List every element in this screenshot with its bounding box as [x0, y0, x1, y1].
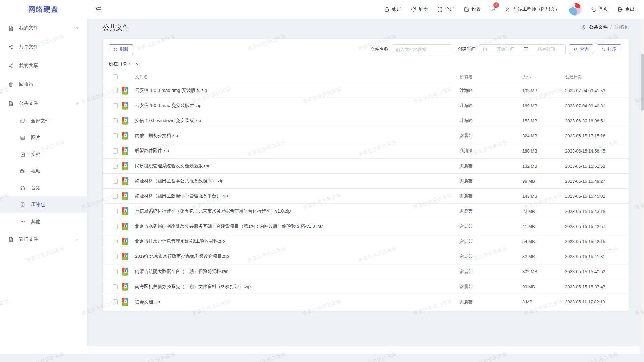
table-row[interactable]: 内蒙一期初验文档.zip 谢晨芸 324 MB 2023-06-15 17:15…	[103, 128, 629, 143]
user-menu[interactable]: 前端工程师（陈思文）	[505, 6, 560, 12]
sidebar-item-images[interactable]: 图片	[0, 129, 87, 146]
row-checkbox[interactable]	[113, 164, 118, 169]
scrollbar-thumb[interactable]	[641, 54, 644, 111]
column-header-name[interactable]: 文件名	[135, 74, 455, 80]
sidebar-item-public-files[interactable]: 公共文件	[0, 94, 87, 113]
table-row[interactable]: 终验材料（福田区基本公共服务数据库）.zip 谢晨芸 98 MB 2023-05…	[103, 174, 629, 189]
sidebar-item-archives[interactable]: 压缩包	[0, 196, 87, 213]
date-range-picker[interactable]: 开始时间 至 结束时间	[479, 44, 566, 54]
row-checkbox[interactable]	[113, 284, 118, 289]
directory-root-arrow[interactable]: >	[136, 62, 138, 67]
vertical-scrollbar[interactable]	[640, 19, 644, 354]
notifications-button[interactable]: 3	[490, 6, 496, 13]
logout-button[interactable]: 退出	[617, 6, 635, 12]
row-checkbox[interactable]	[113, 118, 118, 123]
column-header-owner[interactable]: 所有者	[460, 74, 518, 80]
row-checkbox[interactable]	[113, 103, 118, 108]
collapse-sidebar-icon[interactable]	[95, 6, 102, 13]
row-checkbox[interactable]	[113, 224, 118, 229]
file-size: 98 MB	[522, 179, 561, 184]
table-row[interactable]: 北京市排水户信息管理系统-竣工验收材料.zip 谢晨芸 54 MB 2023-0…	[103, 234, 629, 249]
sidebar-item-my-files[interactable]: 我的文件	[0, 19, 87, 38]
row-checkbox[interactable]	[113, 133, 118, 138]
refresh-list-button[interactable]: 刷新	[109, 44, 133, 54]
sidebar-item-all-files[interactable]: 全部文件	[0, 113, 87, 129]
file-name[interactable]: 民建组织管理系统验收文档最新版.rar	[135, 163, 455, 169]
zip-file-icon	[122, 132, 128, 140]
row-checkbox[interactable]	[113, 254, 118, 259]
file-size: 189 MB	[522, 103, 561, 108]
file-name-search-input[interactable]	[392, 44, 451, 54]
file-name[interactable]: 终验材料（福田区数据中心管理服务平台）.zip	[135, 193, 455, 199]
file-date: 2023-05-15 15:37:47	[565, 284, 612, 289]
sidebar-item-videos[interactable]: 视频	[0, 163, 87, 180]
row-checkbox[interactable]	[113, 88, 118, 93]
sidebar-item-shared-files[interactable]: 共享文件	[0, 38, 87, 56]
zip-file-icon	[122, 223, 128, 230]
user-icon	[505, 7, 511, 12]
avatar[interactable]	[569, 3, 582, 16]
file-name[interactable]: 联盟办件附件.zip	[135, 148, 455, 154]
fullscreen-button[interactable]: 全屏	[437, 6, 454, 12]
return-home-icon	[591, 7, 596, 12]
sidebar-item-audio[interactable]: 音频	[0, 180, 87, 196]
table-row[interactable]: 终验材料（福田区数据中心管理服务平台）.zip 谢晨芸 143 MB 2023-…	[103, 189, 629, 204]
file-name[interactable]: 云安信-1.0.0-mac-dmg-安装版本.zip	[135, 87, 455, 94]
file-date: 2023-05-15 15:45:02	[565, 194, 612, 199]
file-name[interactable]: 2019年北京市水行政审批系统升级改造项目.zip	[135, 253, 455, 259]
file-name[interactable]: 北京市水务局内网改版及公共服务基础平台建设项目（第1包：内网改版）终验验文档-v…	[135, 223, 455, 229]
sidebar-item-department-files[interactable]: 部门文件	[0, 230, 87, 249]
table-header-row: 文件名 所有者 大小 创建日期	[103, 71, 629, 83]
sidebar-item-documents[interactable]: 文档	[0, 146, 87, 163]
file-name[interactable]: 红会文档.zip	[135, 299, 455, 305]
column-header-size[interactable]: 大小	[522, 74, 561, 80]
home-button[interactable]: 首页	[591, 6, 608, 12]
table-row[interactable]: 南海区机关新办公系统（二期）文件资料（终验打印）.zip 谢晨芸 99 MB 2…	[103, 279, 629, 294]
row-checkbox[interactable]	[113, 148, 118, 154]
file-name[interactable]: 云安信-1.0.0-mac-免安装版本.zip	[135, 103, 455, 109]
file-name[interactable]: 北京市排水户信息管理系统-竣工验收材料.zip	[135, 238, 455, 244]
query-button[interactable]: 查询	[569, 44, 593, 54]
sidebar-item-others[interactable]: 其他	[0, 213, 87, 230]
video-camera-icon	[20, 169, 25, 174]
row-checkbox[interactable]	[113, 209, 118, 214]
doc-text-icon	[20, 152, 25, 157]
table-row[interactable]: 局信息系统运行维护（第五包：北京市水务局综合信息平台运行维护）v1.0.zip …	[103, 204, 629, 219]
file-name[interactable]: 局信息系统运行维护（第五包：北京市水务局综合信息平台运行维护）v1.0.zip	[135, 208, 455, 214]
refresh-page-button[interactable]: 刷新	[411, 6, 428, 12]
row-checkbox[interactable]	[113, 194, 118, 199]
file-size: 143 MB	[522, 194, 561, 199]
row-checkbox[interactable]	[113, 299, 118, 304]
breadcrumb-separator: /	[610, 25, 612, 30]
sidebar-item-recycle-bin[interactable]: 回收站	[0, 75, 87, 94]
file-name[interactable]: 南海区机关新办公系统（二期）文件资料（终验打印）.zip	[135, 284, 455, 290]
file-name[interactable]: 内蒙一期初验文档.zip	[135, 133, 455, 139]
table-row[interactable]: 北京市水务局内网改版及公共服务基础平台建设项目（第1包：内网改版）终验验文档-v…	[103, 219, 629, 234]
table-row[interactable]: 安信-1.0.0-windows-免安装版.zip 叶海峰 153 MB 202…	[103, 113, 629, 128]
table-row[interactable]: 云安信-1.0.0-mac-dmg-安装版本.zip 叶海峰 193 MB 20…	[103, 83, 629, 98]
file-name[interactable]: 内蒙古法院大数据平台（二期）初验前资料.rar	[135, 268, 455, 275]
table-row[interactable]: 联盟办件附件.zip 商清清 180 MB 2023-06-15 14:56:4…	[103, 143, 629, 159]
sort-button[interactable]: 排序	[597, 44, 621, 54]
table-row[interactable]: 2019年北京市水行政审批系统升级改造项目.zip 谢晨芸 32 MB 2023…	[103, 249, 629, 264]
breadcrumb-parent[interactable]: 公共文件	[589, 24, 608, 31]
file-owner: 谢晨芸	[460, 268, 518, 275]
file-date: 2023-05-15 15:42:57	[565, 224, 612, 229]
sidebar-item-my-shares[interactable]: 我的共享	[0, 56, 87, 75]
table-row[interactable]: 红会文档.zip 谢晨芸 8 MB 2023-05-11 17:02:10	[103, 294, 629, 309]
table-row[interactable]: 内蒙古法院大数据平台（二期）初验前资料.rar 谢晨芸 302 MB 2023-…	[103, 264, 629, 279]
table-row[interactable]: 民建组织管理系统验收文档最新版.rar 谢晨芸 132 MB 2023-05-1…	[103, 159, 629, 174]
select-all-checkbox[interactable]	[113, 74, 118, 79]
file-date: 2023-07-04 09:41:53	[565, 88, 612, 93]
table-row[interactable]: 云安信-1.0.0-mac-免安装版本.zip 叶海峰 189 MB 2023-…	[103, 98, 629, 113]
breadcrumb-current: 压缩包	[614, 24, 629, 31]
column-header-date[interactable]: 创建日期	[565, 74, 612, 80]
settings-button[interactable]: 设置	[464, 6, 481, 12]
row-checkbox[interactable]	[113, 239, 118, 244]
file-name[interactable]: 安信-1.0.0-windows-免安装版.zip	[135, 118, 455, 124]
row-checkbox[interactable]	[113, 269, 118, 274]
current-directory-label: 所在目录：	[109, 61, 132, 67]
file-name[interactable]: 终验材料（福田区基本公共服务数据库）.zip	[135, 178, 455, 184]
row-checkbox[interactable]	[113, 179, 118, 184]
lock-screen-button[interactable]: 锁屏	[384, 6, 401, 12]
